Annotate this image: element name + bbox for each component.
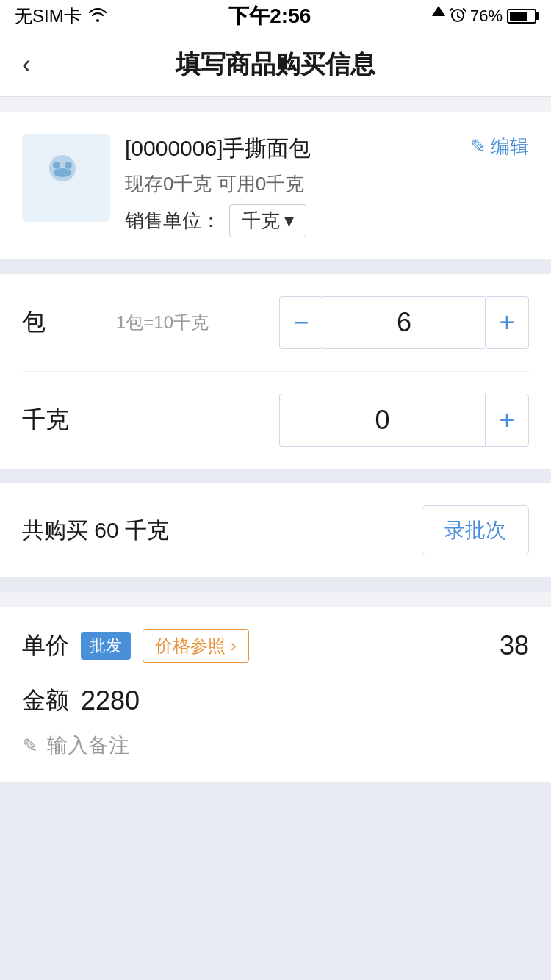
alarm-icon [450, 6, 466, 26]
bao-minus-button[interactable]: − [279, 296, 323, 349]
product-logo [40, 152, 92, 204]
location-icon [432, 6, 445, 26]
carrier-text: 无SIM卡 [15, 4, 82, 28]
edit-button[interactable]: ✎ 编辑 [470, 134, 529, 159]
price-label: 单价 [22, 630, 69, 662]
bao-controls: − + [279, 296, 529, 349]
product-name: [0000006]手撕面包 [125, 134, 529, 164]
battery-icon [507, 9, 536, 24]
gray-background [0, 782, 551, 980]
status-bar: 无SIM卡 下午2:56 76% [0, 0, 551, 32]
remark-placeholder: 输入备注 [47, 732, 129, 760]
kg-label: 千克 [22, 404, 110, 436]
product-card: [0000006]手撕面包 现存0千克 可用0千克 销售单位： 千克 ▾ ✎ 编… [0, 112, 551, 259]
amount-label: 金额 [22, 685, 69, 717]
battery-percentage: 76% [470, 7, 503, 26]
summary-section: 共购买 60 千克 录批次 [0, 483, 551, 577]
price-tag: 批发 [81, 632, 131, 660]
remark-row[interactable]: ✎ 输入备注 [22, 732, 529, 760]
price-reference-button[interactable]: 价格参照 › [143, 629, 249, 663]
product-stock: 现存0千克 可用0千克 [125, 171, 529, 197]
svg-point-4 [54, 168, 71, 177]
bao-row: 包 1包=10千克 − + [22, 274, 529, 372]
section-divider-2 [0, 469, 551, 483]
product-details: [0000006]手撕面包 现存0千克 可用0千克 销售单位： 千克 ▾ [125, 134, 529, 237]
back-button[interactable]: ‹ [22, 42, 38, 87]
remark-icon: ✎ [22, 735, 38, 757]
product-unit-row: 销售单位： 千克 ▾ [125, 204, 529, 237]
edit-label: 编辑 [491, 134, 529, 159]
price-row: 单价 批发 价格参照 › 38 [22, 629, 529, 663]
kg-row: 千克 + [22, 372, 529, 469]
section-divider-3 [0, 577, 551, 592]
svg-point-2 [53, 162, 60, 169]
bao-plus-button[interactable]: + [485, 296, 529, 349]
bao-label: 包 [22, 306, 110, 339]
kg-plus-button[interactable]: + [485, 394, 529, 447]
status-time: 下午2:56 [228, 2, 311, 30]
price-section: 单价 批发 价格参照 › 38 金额 2280 ✎ 输入备注 [0, 607, 551, 782]
status-right: 76% [432, 6, 536, 26]
batch-button[interactable]: 录批次 [422, 505, 529, 555]
bao-quantity-input[interactable] [323, 296, 485, 349]
unit-select[interactable]: 千克 ▾ [229, 204, 306, 237]
kg-quantity-input[interactable] [279, 394, 485, 447]
kg-controls: + [279, 394, 529, 447]
amount-value: 2280 [81, 685, 140, 716]
svg-point-3 [65, 162, 72, 169]
page-title: 填写商品购买信息 [176, 48, 375, 82]
summary-text: 共购买 60 千克 [22, 516, 169, 546]
amount-row: 金额 2280 [22, 685, 529, 717]
status-left: 无SIM卡 [15, 4, 108, 28]
wifi-icon [87, 6, 108, 26]
section-divider-1 [0, 259, 551, 274]
edit-icon: ✎ [470, 135, 486, 158]
product-image [22, 134, 110, 222]
nav-bar: ‹ 填写商品购买信息 [0, 32, 551, 97]
unit-label: 销售单位： [125, 208, 220, 234]
price-value: 38 [500, 630, 529, 661]
quantity-input-section: 包 1包=10千克 − + 千克 + [0, 274, 551, 469]
bao-sublabel: 1包=10千克 [116, 311, 209, 334]
